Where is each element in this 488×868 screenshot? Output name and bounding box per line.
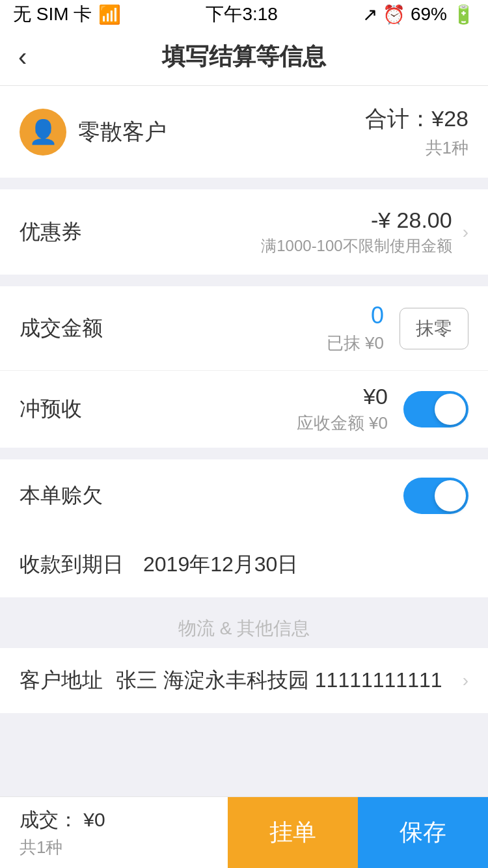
total-amount: 合计：¥28 xyxy=(365,104,468,134)
round-off-button[interactable]: 抹零 xyxy=(400,308,468,349)
deal-amount-label: 成交： ¥0 xyxy=(20,807,208,834)
transaction-label: 成交金额 xyxy=(20,314,103,343)
debt-label: 本单赊欠 xyxy=(20,481,103,510)
status-left: 无 SIM 卡 📶 xyxy=(13,2,121,27)
transaction-section: 成交金额 0 已抹 ¥0 抹零 冲预收 ¥0 应收金额 ¥0 xyxy=(0,286,488,448)
prepay-value-block: ¥0 应收金额 ¥0 xyxy=(297,384,388,435)
transaction-right: 0 已抹 ¥0 抹零 xyxy=(327,302,468,355)
back-button[interactable]: ‹ xyxy=(18,42,27,72)
bottom-summary: 成交： ¥0 共1种 xyxy=(0,807,228,859)
address-row[interactable]: 客户地址 张三 海淀永丰科技园 11111111111 › xyxy=(0,648,488,713)
sim-status: 无 SIM 卡 xyxy=(13,2,92,27)
prepay-right: ¥0 应收金额 ¥0 xyxy=(297,384,468,435)
prepay-receivable: 应收金额 ¥0 xyxy=(297,412,388,435)
battery-icon: 🔋 xyxy=(452,4,475,25)
prepay-amount: ¥0 xyxy=(297,384,388,409)
address-value: 张三 海淀永丰科技园 11111111111 xyxy=(116,666,463,695)
wifi-icon: 📶 xyxy=(98,4,121,25)
coupon-desc: 满1000-100不限制使用金额 xyxy=(261,236,452,256)
transaction-value: 0 xyxy=(327,302,384,329)
save-button[interactable]: 保存 xyxy=(358,797,488,869)
customer-section: 👤 零散客户 合计：¥28 共1种 xyxy=(0,86,488,178)
customer-right: 合计：¥28 共1种 xyxy=(365,104,468,159)
hold-order-button[interactable]: 挂单 xyxy=(228,797,358,869)
location-icon: ↗ xyxy=(362,4,377,25)
customer-row: 👤 零散客户 合计：¥28 共1种 xyxy=(0,86,488,178)
logistics-divider: 物流 & 其他信息 xyxy=(0,609,488,648)
avatar-icon: 👤 xyxy=(29,118,58,146)
coupon-amount: -¥ 28.00 xyxy=(261,208,452,233)
debt-row: 本单赊欠 xyxy=(0,459,488,532)
prepay-label: 冲预收 xyxy=(20,395,82,424)
customer-name: 零散客户 xyxy=(78,117,167,147)
address-section[interactable]: 客户地址 张三 海淀永丰科技园 11111111111 › xyxy=(0,648,488,713)
nav-bar: ‹ 填写结算等信息 xyxy=(0,29,488,86)
alarm-icon: ⏰ xyxy=(383,4,405,25)
status-right: ↗ ⏰ 69% 🔋 xyxy=(362,4,475,25)
status-time: 下午3:18 xyxy=(206,2,278,27)
transaction-sub: 已抹 ¥0 xyxy=(327,332,384,355)
prepay-toggle[interactable] xyxy=(403,391,468,427)
logistics-label: 物流 & 其他信息 xyxy=(178,616,310,641)
chevron-right-icon: › xyxy=(463,222,468,243)
page-title: 填写结算等信息 xyxy=(162,41,326,73)
toggle-knob xyxy=(435,394,466,425)
debt-toggle-knob xyxy=(435,480,466,511)
deal-count-label: 共1种 xyxy=(20,836,208,859)
total-count: 共1种 xyxy=(365,137,468,159)
coupon-section[interactable]: 优惠券 -¥ 28.00 满1000-100不限制使用金额 › xyxy=(0,189,488,275)
coupon-label: 优惠券 xyxy=(20,218,82,247)
content-area: 👤 零散客户 合计：¥28 共1种 优惠券 -¥ 28.00 满1000-100… xyxy=(0,86,488,809)
status-bar: 无 SIM 卡 📶 下午3:18 ↗ ⏰ 69% 🔋 xyxy=(0,0,488,29)
avatar: 👤 xyxy=(20,109,66,156)
address-chevron-icon: › xyxy=(463,670,468,691)
bottom-bar: 成交： ¥0 共1种 挂单 保存 xyxy=(0,796,488,868)
customer-left: 👤 零散客户 xyxy=(20,109,167,156)
debt-toggle[interactable] xyxy=(403,478,468,514)
prepay-row: 冲预收 ¥0 应收金额 ¥0 xyxy=(0,371,488,448)
coupon-right: -¥ 28.00 满1000-100不限制使用金额 › xyxy=(261,208,468,256)
coupon-row[interactable]: 优惠券 -¥ 28.00 满1000-100不限制使用金额 › xyxy=(0,189,488,275)
due-date-value: 2019年12月30日 xyxy=(143,550,298,579)
due-date-label: 收款到期日 xyxy=(20,550,124,579)
debt-section: 本单赊欠 收款到期日 2019年12月30日 xyxy=(0,459,488,597)
transaction-row: 成交金额 0 已抹 ¥0 抹零 xyxy=(0,286,488,371)
battery-level: 69% xyxy=(411,4,447,25)
due-date-row: 收款到期日 2019年12月30日 xyxy=(0,532,488,597)
address-label: 客户地址 xyxy=(20,666,103,695)
coupon-value-block: -¥ 28.00 满1000-100不限制使用金额 xyxy=(261,208,452,256)
transaction-value-block: 0 已抹 ¥0 xyxy=(327,302,384,355)
